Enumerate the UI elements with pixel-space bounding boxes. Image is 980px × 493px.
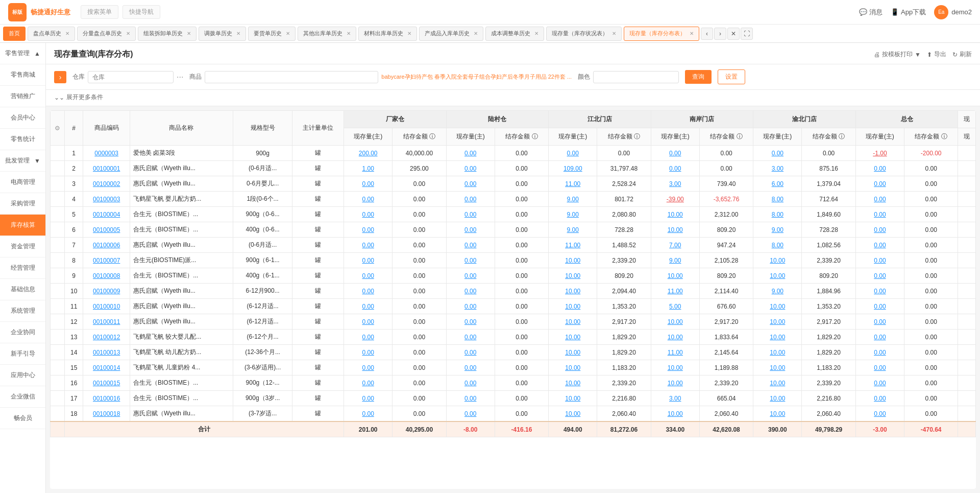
sidebar-item-wechat[interactable]: 企业微信 [0,386,45,408]
search-english-btn[interactable]: 搜索英单 [81,5,118,19]
tab-cost-adjust[interactable]: 成本调整单历史 ✕ [485,27,544,41]
row-name: 合生元（BIOSTIME）... [130,207,233,222]
product-input[interactable] [205,71,378,83]
tab-product-instock[interactable]: 产成品入库单历史 ✕ [419,27,483,41]
tab-close-icon[interactable]: ✕ [187,31,191,36]
message-btn[interactable]: 💬 消息 [859,8,883,17]
expand-conditions-btn[interactable]: ⌄⌄ 展开更多条件 [54,93,972,102]
row-name: 合生元（BIOSTIME）... [130,222,233,238]
tab-close-icon[interactable]: ✕ [612,31,616,36]
tab-close-all-btn[interactable]: ✕ [727,28,740,40]
tab-requisition[interactable]: 要货单历史 ✕ [248,27,296,41]
filter-toggle-btn[interactable]: › [54,71,66,83]
tab-material-outstock[interactable]: 材料出库单历史 ✕ [358,27,417,41]
color-input[interactable] [593,71,679,83]
sidebar-item-member-center[interactable]: 会员中心 [0,107,45,129]
export-btn[interactable]: ⬆ 导出 [927,50,946,59]
row-yubei-amt: 1,082.56 [802,238,855,253]
tab-close-icon[interactable]: ✕ [286,31,290,36]
summary-lucun-amt: -416.16 [495,421,548,437]
sidebar-item-vip-member[interactable]: 畅会员 [0,408,45,429]
tab-close-icon[interactable]: ✕ [65,31,69,36]
tab-close-icon[interactable]: ✕ [690,31,694,36]
tab-stock-status[interactable]: 现存量（库存状况表） ✕ [546,27,622,41]
sidebar-item-business-mgmt[interactable]: 经营管理 [0,257,45,279]
tab-close-icon[interactable]: ✕ [347,31,351,36]
tab-close-icon[interactable]: ✕ [534,31,538,36]
sidebar-item-ecommerce[interactable]: 电商管理 [0,172,45,193]
row-factory-amt: 0.00 [393,360,446,375]
sidebar-item-purchase[interactable]: 采购管理 [0,193,45,215]
row-jiangbei-qty: 11.00 [549,176,597,192]
row-jiangbei-amt: 0.00 [597,146,651,161]
gear-icon[interactable]: ⚙ [55,125,60,132]
sidebar-item-enterprise-collab[interactable]: 企业协同 [0,322,45,343]
sidebar-item-retail-mall[interactable]: 零售商城 [0,64,45,86]
sidebar-item-inventory[interactable]: 库存核算 [0,215,45,236]
row-gear [51,176,65,192]
tab-close-icon[interactable]: ✕ [474,31,478,36]
tab-home[interactable]: 首页 [3,27,26,41]
tab-stock-distribution[interactable]: 现存量（库存分布表） ✕ [624,27,699,41]
th-factory-wh: 厂家仓 [344,111,447,128]
row-nanan-amt: 2,339.20 [699,375,753,391]
refresh-btn[interactable]: ↻ 刷新 [952,50,972,59]
row-curr [958,176,976,192]
product-filter: 商品 babycare孕妇待产包 春季入院全套母子组合孕妇产后冬季月子用品 22… [189,71,572,83]
row-gear [51,391,65,406]
tab-next-btn[interactable]: › [714,28,726,40]
table-row: 14 00100013 飞鹤星飞帆 幼儿配方奶... (12-36个月... 罐… [51,345,976,360]
row-spec: (6-12个月... [233,330,292,345]
setting-btn[interactable]: 设置 [718,69,745,84]
print-btn[interactable]: 🖨 按模板打印 ▼ [874,50,921,59]
tab-close-icon[interactable]: ✕ [236,31,240,36]
tab-transfer[interactable]: 调拨单历史 ✕ [199,27,246,41]
row-yubei-amt: 1,379.04 [802,176,855,192]
row-curr [958,268,976,284]
row-jiangbei-amt: 2,339.20 [597,253,651,268]
row-unit: 罐 [292,238,344,253]
tab-stocktake-history[interactable]: 盘点单历史 ✕ [28,27,75,41]
row-jiangbei-qty: 10.00 [549,253,597,268]
warehouse-input[interactable] [88,71,174,83]
query-btn[interactable]: 查询 [685,70,712,84]
tab-portion-stocktake[interactable]: 分量盘点单历史 ✕ [77,27,136,41]
row-total-qty: 0.00 [855,268,904,284]
tab-close-icon[interactable]: ✕ [407,31,411,36]
sidebar-item-app-center[interactable]: 应用中心 [0,365,45,386]
sidebar-item-retail-stats[interactable]: 零售统计 [0,129,45,150]
product-more-btn[interactable]: babycare孕妇待产包 春季入院全套母子组合孕妇产后冬季月子用品 22件套 … [381,73,572,81]
sidebar-item-new-guide[interactable]: 新手引导 [0,343,45,365]
sidebar-item-wholesale-mgmt[interactable]: 批发管理 ▼ [0,150,45,172]
sidebar-item-finance[interactable]: 资金管理 [0,236,45,257]
sidebar-item-system-mgmt[interactable]: 系统管理 [0,300,45,322]
th-nanan-amt: 结存金额 ⓘ [699,128,753,146]
warehouse-more-btn[interactable]: ··· [177,73,183,82]
tab-prev-btn[interactable]: ‹ [701,28,713,40]
row-nanan-amt: -3,652.76 [699,192,753,207]
row-lucun-amt: 0.00 [495,176,548,192]
logo-area: 标版 畅捷通好生意 [8,3,70,21]
row-factory-amt: 0.00 [393,222,446,238]
sidebar-item-retail-mgmt[interactable]: 零售管理 ▲ [0,43,45,64]
summary-curr [958,421,976,437]
tab-close-icon[interactable]: ✕ [126,31,130,36]
tab-assembly[interactable]: 组装拆卸单历史 ✕ [138,27,197,41]
table-row: 17 00100016 合生元（BIOSTIME）... 900g（3岁... … [51,391,976,406]
row-curr [958,314,976,330]
page-title: 现存量查询(库存分布) [54,49,133,60]
tab-other-outstock[interactable]: 其他出库单历史 ✕ [298,27,356,41]
row-gear [51,268,65,284]
tab-expand-btn[interactable]: ⛶ [741,28,753,40]
row-factory-amt: 0.00 [393,345,446,360]
quick-nav-btn[interactable]: 快捷导航 [122,5,160,19]
main-layout: 零售管理 ▲ 零售商城 营销推广 会员中心 零售统计 批发管理 ▼ 电商管理 采… [0,43,980,493]
row-spec: (12-36个月... [233,345,292,360]
sidebar-item-marketing[interactable]: 营销推广 [0,86,45,107]
row-lucun-qty: 0.00 [446,146,495,161]
user-info[interactable]: Ea demo2 [934,5,972,19]
row-factory-qty: 0.00 [344,284,393,299]
sidebar-item-basic-info[interactable]: 基础信息 [0,279,45,300]
app-download-btn[interactable]: 📱 App下载 [891,8,926,17]
th-lucun-wh: 陆村仓 [446,111,549,128]
